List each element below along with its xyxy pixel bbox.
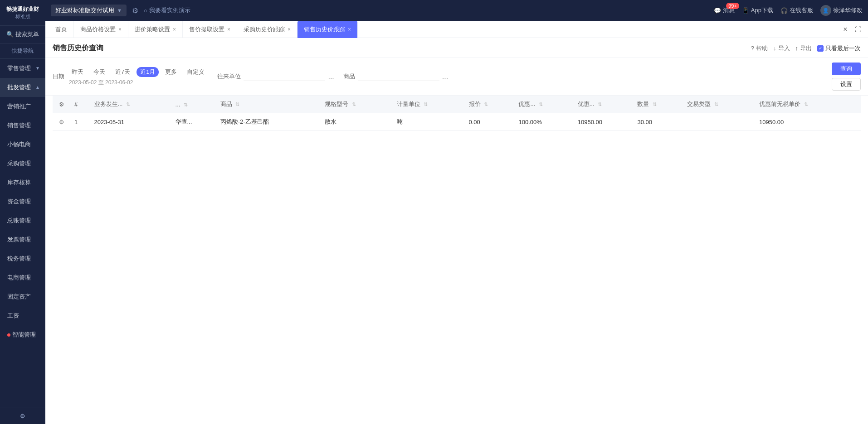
sidebar-item-assets[interactable]: 固定资产 [0,287,45,306]
message-button[interactable]: 💬 消息 99+ [714,6,735,14]
col-header-trans-type[interactable]: 交易类型 ⇅ [683,96,756,113]
tab-price-extract[interactable]: 售价提取设置 × [183,21,237,38]
tab-home[interactable]: 首页 [49,21,74,38]
version-selector[interactable]: 好业财标准版交付试用 ▼ [51,5,127,16]
col-header-settings: ⚙ [53,96,71,113]
col-header-quantity[interactable]: 数量 ⇅ [634,96,683,113]
sidebar-item-ecommerce[interactable]: 电商管理 [0,268,45,287]
sidebar-settings-button[interactable]: ⚙ [0,408,45,424]
sidebar-item-ecommerce-small[interactable]: 小畅电商 [0,135,45,154]
date-filter-row: 昨天 今天 近7天 近1月 更多 自定义 [68,67,208,77]
partner-filter-input[interactable] [244,72,325,81]
col-header-discount-amt[interactable]: 优惠... ⇅ [574,96,634,113]
sidebar-item-retail[interactable]: 零售管理 ▼ [0,59,45,78]
col-header-unit[interactable]: 计量单位 ⇅ [393,96,465,113]
sidebar-item-tax[interactable]: 税务管理 [0,249,45,268]
help-icon: ? [751,45,754,52]
product-filter-more-button[interactable]: ... [442,72,448,81]
message-icon: 💬 [714,7,721,14]
tab-product-price-label: 商品价格设置 [80,25,116,34]
tabbar-expand-button[interactable]: ⛶ [852,23,864,36]
date-btn-last1month[interactable]: 近1月 [137,67,159,77]
cell-price: 0.00 [465,113,515,131]
query-button[interactable]: 查询 [832,63,861,75]
row-settings-icon[interactable]: ⚙ [53,113,71,131]
phone-icon: 📱 [742,7,749,14]
help-label: 帮助 [756,44,768,53]
tab-product-price[interactable]: 商品价格设置 × [74,21,128,38]
close-icon[interactable]: × [118,26,122,33]
page-header: 销售历史价查询 ? 帮助 ↓ 导入 ↑ 导出 ✓ 只 [45,38,868,58]
user-menu[interactable]: 👤 徐泽华修改 [820,5,863,16]
sidebar-quick-nav[interactable]: 快捷导航 [0,43,45,59]
page-actions: ? 帮助 ↓ 导入 ↑ 导出 ✓ 只看最后一次 [751,44,861,53]
date-btn-custom[interactable]: 自定义 [183,67,208,77]
filter-actions: 查询 设置 [832,63,861,91]
col-header-spec[interactable]: 规格型号 ⇅ [321,96,393,113]
date-btn-yesterday[interactable]: 昨天 [68,67,87,77]
import-button[interactable]: ↓ 导入 [773,44,790,53]
tab-sales-history[interactable]: 销售历史价跟踪 × [297,21,358,38]
help-button[interactable]: ? 帮助 [751,44,768,53]
cell-business-date: 2023-05-31 [91,113,172,131]
topbar-settings-icon[interactable]: ⚙ [132,6,138,15]
sidebar-item-inventory[interactable]: 库存核算 [0,173,45,192]
cell-spec: 散水 [321,113,393,131]
sort-icon: ⇅ [539,101,543,107]
sidebar-item-purchase[interactable]: 采购管理 [0,154,45,173]
col-header-pretax-price[interactable]: 优惠前无税单价 ⇅ [756,96,861,113]
sidebar-item-invoice[interactable]: 发票管理 [0,230,45,249]
date-btn-more[interactable]: 更多 [161,67,180,77]
tab-purchase-history[interactable]: 采购历史价跟踪 × [237,21,297,38]
sidebar-item-label: 库存核算 [7,178,31,187]
topbar-demo-button[interactable]: ○ 我要看实例演示 [144,6,190,14]
page-title: 销售历史价查询 [53,43,103,53]
export-button[interactable]: ↑ 导出 [795,44,812,53]
sidebar-item-marketing[interactable]: 营销推广 [0,97,45,116]
app-download-button[interactable]: 📱 App下载 [742,6,773,14]
product-filter-input[interactable] [358,72,439,81]
sort-icon: ⇅ [184,102,188,107]
sidebar-search[interactable]: 🔍 搜索菜单 [0,26,45,43]
product-filter-group: 商品 ... [343,72,448,81]
version-selector-label: 好业财标准版交付试用 [55,6,114,14]
date-btn-last7days[interactable]: 近7天 [112,67,134,77]
close-icon[interactable]: × [348,26,351,33]
sidebar-item-label: 批发管理 [7,83,31,92]
col-header-discount-pct[interactable]: 优惠... ⇅ [515,96,574,113]
online-service-button[interactable]: 🎧 在线客服 [780,6,813,14]
only-last-checkbox-label[interactable]: ✓ 只看最后一次 [817,44,861,53]
user-icon: 👤 [823,8,829,14]
sidebar-item-sales[interactable]: 销售管理 [0,116,45,135]
close-icon[interactable]: × [227,26,230,33]
col-header-extra[interactable]: ... ⇅ [172,96,217,113]
tab-purchase-strategy[interactable]: 进价策略设置 × [128,21,183,38]
only-last-checkbox[interactable]: ✓ [817,45,824,52]
tabbar-close-button[interactable]: × [839,23,852,36]
close-icon[interactable]: × [173,26,176,33]
sort-icon: ⇅ [235,101,239,107]
table-settings-icon[interactable]: ⚙ [59,101,64,108]
user-name-label: 徐泽华修改 [833,6,863,14]
col-header-business-date[interactable]: 业务发生... ⇅ [91,96,172,113]
export-label: 导出 [800,44,812,53]
date-filter-label: 日期 [53,72,64,81]
close-icon: × [843,25,847,34]
cell-index: 1 [71,113,91,131]
sidebar-item-smart[interactable]: 智能管理 [0,325,45,344]
table-row: ⚙ 1 2023-05-31 华查... 丙烯酸-2-乙基己酯 散水 吨 0.0… [53,113,861,131]
sidebar-item-salary[interactable]: 工资 [0,306,45,325]
close-icon[interactable]: × [288,26,291,33]
col-header-price[interactable]: 报价 ⇅ [465,96,515,113]
sidebar-item-ledger[interactable]: 总账管理 [0,211,45,230]
cell-product: 丙烯酸-2-乙基己酯 [217,113,321,131]
product-filter-label: 商品 [343,72,355,81]
partner-filter-more-button[interactable]: ... [328,72,334,81]
date-btn-today[interactable]: 今天 [90,67,109,77]
sidebar-item-finance[interactable]: 资金管理 [0,192,45,211]
settings-button[interactable]: 设置 [832,78,861,91]
col-header-product[interactable]: 商品 ⇅ [217,96,321,113]
table-body: ⚙ 1 2023-05-31 华查... 丙烯酸-2-乙基己酯 散水 吨 0.0… [53,113,861,131]
sidebar-item-wholesale[interactable]: 批发管理 ▲ [0,78,45,97]
sidebar: 畅捷通好业财 标准版 🔍 搜索菜单 快捷导航 零售管理 ▼ 批发管理 ▲ 营销推… [0,0,45,424]
